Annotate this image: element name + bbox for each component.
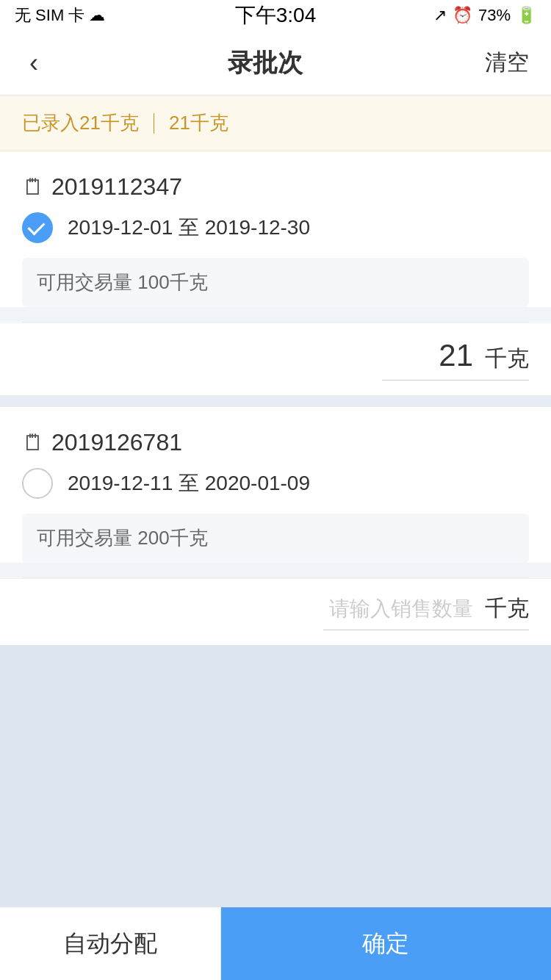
batch-1-amount-row: 21 千克	[0, 323, 551, 395]
status-bar: 无 SIM 卡 ☁ 下午3:04 ↗ ⏰ 73% 🔋	[0, 0, 551, 31]
status-left: 无 SIM 卡 ☁	[15, 4, 105, 26]
banner-divider	[154, 113, 154, 134]
batch-1-available: 可用交易量 100千克	[22, 258, 529, 307]
location-icon: ↗	[433, 6, 447, 25]
batch-2-radio[interactable]	[22, 468, 53, 499]
auto-distribute-button[interactable]: 自动分配	[0, 907, 221, 980]
batch-2-id: 2019126781	[51, 429, 182, 456]
total-amount: 21千克	[169, 110, 228, 136]
page-title: 录批次	[228, 46, 303, 80]
batch-2-date-row: 2019-12-11 至 2020-01-09	[22, 468, 529, 499]
batch-2-header: 🗒 2019126781	[22, 429, 529, 456]
batch-2-input-placeholder: 请输入销售数量	[329, 595, 473, 623]
back-button[interactable]: ‹	[22, 40, 46, 86]
batch-1-radio[interactable]	[22, 212, 53, 243]
battery-icon: 🔋	[516, 6, 536, 25]
sim-label: 无 SIM 卡 ☁	[15, 4, 105, 26]
batch-2-icon: 🗒	[22, 430, 44, 455]
batch-1-date: 2019-12-01 至 2019-12-30	[68, 214, 310, 242]
batch-2-available: 可用交易量 200千克	[22, 514, 529, 563]
batch-1-date-row: 2019-12-01 至 2019-12-30	[22, 212, 529, 243]
batch-2-input-unit: 千克	[485, 594, 529, 624]
batch-1-header: 🗒 2019112347	[22, 173, 529, 201]
batch-1-amount-value[interactable]: 21	[439, 338, 473, 373]
status-time: 下午3:04	[235, 1, 317, 29]
battery-text: 73%	[478, 6, 511, 25]
section-divider	[0, 395, 551, 407]
alarm-icon: ⏰	[453, 6, 472, 25]
clear-button[interactable]: 清空	[485, 48, 529, 78]
batch-1-icon: 🗒	[22, 175, 44, 200]
batch-2-input-row[interactable]: 请输入销售数量 千克	[0, 578, 551, 645]
nav-bar: ‹ 录批次 清空	[0, 31, 551, 96]
batch-1-amount-wrapper: 21 千克	[0, 322, 551, 395]
bottom-bar: 自动分配 确定	[0, 907, 551, 980]
batch-item-2: 🗒 2019126781 2019-12-11 至 2020-01-09 可用交…	[0, 407, 551, 563]
content-area: 🗒 2019112347 2019-12-01 至 2019-12-30 可用交…	[0, 151, 551, 980]
batch-item-1: 🗒 2019112347 2019-12-01 至 2019-12-30 可用交…	[0, 151, 551, 307]
batch-1-id: 2019112347	[51, 173, 182, 201]
batch-1-amount-unit: 千克	[485, 344, 529, 374]
status-right: ↗ ⏰ 73% 🔋	[433, 6, 536, 25]
batch-2-input-wrapper: 请输入销售数量 千克	[0, 577, 551, 645]
confirm-button[interactable]: 确定	[221, 907, 551, 980]
info-banner: 已录入21千克 21千克	[0, 96, 551, 151]
recorded-amount: 已录入21千克	[22, 110, 139, 136]
batch-2-date: 2019-12-11 至 2020-01-09	[68, 469, 310, 497]
